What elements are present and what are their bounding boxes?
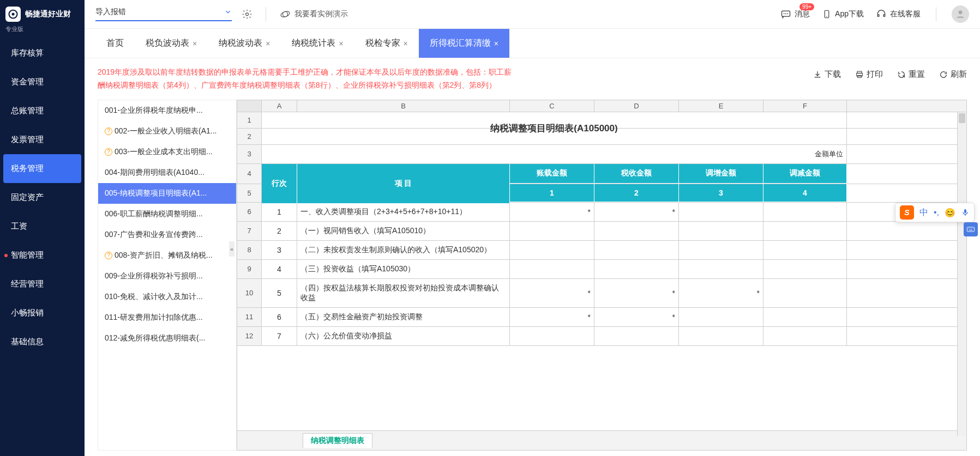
cell[interactable]: 3 bbox=[262, 241, 297, 259]
messages-button[interactable]: 消息 99+ bbox=[780, 9, 810, 20]
app-download-button[interactable]: App下载 bbox=[822, 9, 864, 19]
demo-link[interactable]: 我要看实例演示 bbox=[279, 8, 348, 20]
close-icon[interactable]: × bbox=[339, 39, 343, 48]
cell[interactable] bbox=[763, 308, 847, 326]
cell[interactable]: （二）未按权责发生制原则确认的收入（填写A105020） bbox=[297, 241, 510, 259]
col-header-F[interactable]: F bbox=[763, 100, 847, 112]
cell[interactable]: 税收金额 bbox=[594, 164, 679, 184]
row-header[interactable]: 1 bbox=[237, 112, 262, 128]
form-list-item[interactable]: 007-广告费和业务宣传费跨... bbox=[98, 224, 236, 245]
cell[interactable]: （一）视同销售收入（填写A105010） bbox=[297, 222, 510, 240]
cell[interactable]: 纳税调整项目明细表(A105000) bbox=[262, 112, 847, 145]
cell[interactable]: 7 bbox=[262, 327, 297, 345]
import-dropdown[interactable]: 导入报错 bbox=[95, 7, 232, 21]
cell[interactable]: * bbox=[594, 279, 679, 307]
gear-icon[interactable] bbox=[242, 9, 252, 20]
cell[interactable] bbox=[679, 327, 763, 345]
row-header[interactable]: 11 bbox=[237, 308, 262, 326]
sidebar-item[interactable]: 税务管理 bbox=[3, 154, 81, 183]
form-list-item[interactable]: 006-职工薪酬纳税调整明细... bbox=[98, 204, 236, 224]
row-header[interactable]: 10 bbox=[237, 279, 262, 307]
sidebar-item[interactable]: 固定资产 bbox=[0, 183, 85, 212]
close-icon[interactable]: × bbox=[193, 39, 197, 48]
help-icon[interactable]: ? bbox=[105, 252, 112, 259]
form-list-item[interactable]: ?002-一般企业收入明细表(A1... bbox=[98, 121, 236, 142]
sheet-tab[interactable]: 纳税调整明细表 bbox=[303, 433, 372, 448]
sidebar-item[interactable]: 发票管理 bbox=[0, 125, 85, 154]
cell[interactable]: 金额单位 bbox=[262, 145, 847, 163]
print-button[interactable]: 打印 bbox=[855, 69, 883, 80]
cell[interactable]: 1 bbox=[510, 184, 594, 202]
cell[interactable]: * bbox=[679, 279, 763, 307]
col-header-A[interactable]: A bbox=[262, 100, 297, 112]
row-header[interactable]: 5 bbox=[237, 184, 262, 202]
cell[interactable]: （六）公允价值变动净损益 bbox=[297, 327, 510, 345]
ime-keyboard-icon[interactable] bbox=[964, 222, 978, 236]
row-header[interactable]: 4 bbox=[237, 164, 262, 184]
col-header-B[interactable]: B bbox=[297, 100, 510, 112]
avatar[interactable] bbox=[952, 5, 969, 23]
sidebar-item[interactable]: 智能管理 bbox=[0, 241, 85, 270]
cell[interactable] bbox=[510, 327, 594, 345]
cell[interactable]: 账载金额 bbox=[510, 164, 594, 184]
cell[interactable]: 5 bbox=[262, 279, 297, 307]
col-header-E[interactable]: E bbox=[679, 100, 763, 112]
tab[interactable]: 税检专家× bbox=[354, 29, 419, 58]
cell[interactable]: （五）交易性金融资产初始投资调整 bbox=[297, 308, 510, 326]
cell[interactable] bbox=[679, 222, 763, 240]
ime-mic-icon[interactable] bbox=[961, 208, 970, 217]
cell[interactable]: （三）投资收益（填写A105030） bbox=[297, 260, 510, 278]
col-header-C[interactable]: C bbox=[510, 100, 594, 112]
ime-lang[interactable]: 中 bbox=[919, 207, 928, 218]
cell[interactable] bbox=[594, 260, 679, 278]
support-button[interactable]: 在线客服 bbox=[876, 9, 921, 20]
cell[interactable]: 2 bbox=[262, 222, 297, 240]
form-list-item[interactable]: ?008-资产折旧、摊销及纳税... bbox=[98, 245, 236, 266]
cell[interactable] bbox=[763, 327, 847, 345]
reset-button[interactable]: 重置 bbox=[897, 69, 925, 80]
cell[interactable] bbox=[763, 222, 847, 240]
cell[interactable] bbox=[594, 222, 679, 240]
help-icon[interactable]: ? bbox=[105, 127, 112, 135]
select-all-corner[interactable] bbox=[237, 100, 262, 112]
form-list-item[interactable]: 011-研发费用加计扣除优惠... bbox=[98, 307, 236, 328]
ime-punct-icon[interactable]: •, bbox=[934, 208, 939, 217]
cell[interactable] bbox=[763, 279, 847, 307]
cell[interactable]: * bbox=[594, 203, 679, 221]
cell[interactable]: 4 bbox=[763, 184, 847, 202]
cell[interactable] bbox=[679, 241, 763, 259]
cell[interactable]: 行次 bbox=[262, 164, 297, 203]
cell[interactable]: 4 bbox=[262, 260, 297, 278]
form-list-item[interactable]: 004-期间费用明细表(A1040... bbox=[98, 162, 236, 183]
cell[interactable]: 调增金额 bbox=[679, 164, 763, 184]
cell[interactable] bbox=[763, 203, 847, 221]
form-list-item[interactable]: 009-企业所得税弥补亏损明... bbox=[98, 266, 236, 287]
cell[interactable]: * bbox=[510, 308, 594, 326]
close-icon[interactable]: × bbox=[494, 39, 498, 48]
cell[interactable]: （四）按权益法核算长期股权投资对初始投资成本调整确认收益 bbox=[297, 279, 510, 307]
close-icon[interactable]: × bbox=[404, 39, 408, 48]
tab[interactable]: 纳税统计表× bbox=[281, 29, 354, 58]
row-header[interactable]: 12 bbox=[237, 327, 262, 345]
cell[interactable] bbox=[510, 222, 594, 240]
cell[interactable]: * bbox=[510, 203, 594, 221]
cell[interactable] bbox=[679, 203, 763, 221]
sidebar-item[interactable]: 资金管理 bbox=[0, 68, 85, 96]
close-icon[interactable]: × bbox=[266, 39, 270, 48]
tab[interactable]: 税负波动表× bbox=[135, 29, 208, 58]
cell[interactable] bbox=[679, 260, 763, 278]
cell[interactable] bbox=[763, 260, 847, 278]
collapse-handle[interactable]: « bbox=[229, 241, 235, 257]
cell[interactable] bbox=[679, 308, 763, 326]
row-header[interactable]: 8 bbox=[237, 241, 262, 259]
sidebar-item[interactable]: 小畅报销 bbox=[0, 299, 85, 327]
cell[interactable]: * bbox=[594, 308, 679, 326]
tab[interactable]: 纳税波动表× bbox=[208, 29, 281, 58]
cell[interactable] bbox=[510, 241, 594, 259]
cell[interactable]: 一、收入类调整项目（2+3+4+5+6+7+8+10+11） bbox=[297, 203, 510, 221]
cell[interactable]: 3 bbox=[679, 184, 763, 202]
cell[interactable]: 6 bbox=[262, 308, 297, 326]
form-list-item[interactable]: 010-免税、减计收入及加计... bbox=[98, 287, 236, 307]
form-list-item[interactable]: 001-企业所得税年度纳税申... bbox=[98, 100, 236, 121]
refresh-button[interactable]: 刷新 bbox=[939, 69, 967, 80]
